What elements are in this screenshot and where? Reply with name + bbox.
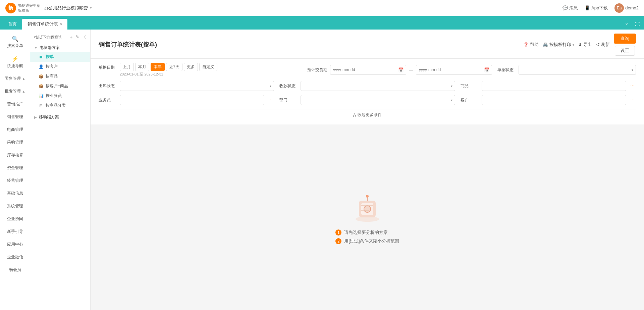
scheme-item-by-cust-prod[interactable]: 📦 按客户+商品	[30, 81, 90, 91]
collapse-row[interactable]: ⋀ 收起更多条件	[99, 109, 636, 120]
sidebar-item-retail[interactable]: 零售管理 ▲	[0, 72, 30, 85]
sidebar-item-company[interactable]: 企业协同	[0, 213, 30, 225]
filter-row-3: 业务员 ··· 部门 ▾ 客户	[99, 95, 636, 105]
sidebar-item-system[interactable]: 系统管理	[0, 200, 30, 213]
print-btn[interactable]: 🖨️ 按模板打印 ▾	[543, 42, 574, 48]
bill-status-group: 单据状态 ▾	[497, 65, 636, 75]
expected-date-to-input[interactable]	[416, 65, 492, 75]
sidebar-item-operation[interactable]: 经营管理	[0, 174, 30, 187]
scheme-item-by-salesman[interactable]: 📊 按业务员	[30, 91, 90, 101]
quick-date-this-month[interactable]: 本月	[135, 63, 149, 71]
out-status-group: 出库状态 ▾	[99, 81, 274, 91]
sidebar-item-inventory[interactable]: 库存核算	[0, 149, 30, 162]
tab-sales-stats-label: 销售订单统计表	[28, 21, 58, 27]
tab-sales-stats[interactable]: 销售订单统计表 ×	[22, 19, 67, 30]
tabbar: 首页 销售订单统计表 × × ⛶	[0, 16, 644, 30]
expected-date-from-icon: 📅	[398, 67, 404, 72]
left-panel-header: 按以下方案查询 ＋ ✎ 《	[30, 32, 90, 42]
sidebar-item-wholesale[interactable]: 批发管理 ▲	[0, 85, 30, 98]
scheme-section-pc-header[interactable]: ▼ 电脑端方案	[30, 44, 90, 52]
scheme-by-category-icon: ⊞	[38, 103, 44, 108]
section-expand-arrow: ▼	[34, 46, 38, 50]
filter-row-2: 出库状态 ▾ 收款状态	[99, 81, 636, 91]
refresh-btn[interactable]: ↺ 刷新	[596, 42, 610, 48]
refresh-icon: ↺	[596, 42, 600, 47]
sidebar-item-ecommerce[interactable]: 电商管理	[0, 123, 30, 136]
sidebar-item-search[interactable]: 🔍 搜索菜单	[0, 32, 30, 52]
scheme-by-customer-icon: 👤	[38, 64, 44, 69]
dept-select-wrap: ▾	[301, 95, 455, 105]
export-btn[interactable]: ⬇ 导出	[578, 42, 592, 48]
salesman-input[interactable]	[120, 95, 264, 105]
main-layout: 🔍 搜索菜单 ⚡ 快捷导航 零售管理 ▲ 批发管理 ▲ 营销推广 销售管理 电商…	[0, 30, 644, 310]
expected-date-from-input[interactable]	[330, 65, 406, 75]
out-status-select[interactable]	[120, 81, 274, 91]
edit-scheme-btn[interactable]: ✎	[75, 34, 79, 40]
sidebar-item-quicknav[interactable]: ⚡ 快捷导航	[0, 52, 30, 72]
collapse-label: 收起更多条件	[358, 112, 382, 118]
sidebar-label-ecommerce: 电商管理	[7, 127, 23, 133]
quick-date-custom[interactable]: 自定义	[199, 63, 217, 71]
query-button[interactable]: 查询	[614, 34, 636, 44]
top-title-area: 办公用品行业模拟账套 ▾	[44, 5, 562, 11]
scheme-by-category-label: 按商品分类	[46, 103, 66, 108]
help-icon: ❓	[523, 42, 529, 47]
sidebar-label-basic: 基础信息	[7, 191, 23, 196]
quick-date-more[interactable]: 更多	[184, 63, 198, 71]
window-close-btn[interactable]: ×	[623, 20, 631, 28]
dept-select[interactable]	[301, 95, 455, 105]
goods-input[interactable]	[482, 81, 626, 91]
sidebar-item-wechat[interactable]: 企业微信	[0, 251, 30, 264]
app-download-btn[interactable]: 📱 App下载	[585, 5, 608, 11]
goods-dots[interactable]: ···	[629, 83, 636, 89]
quick-date-7days[interactable]: 近7天	[166, 63, 182, 71]
sidebar-label-quicknav: 快捷导航	[7, 63, 23, 69]
help-btn[interactable]: ❓ 帮助	[523, 42, 539, 48]
scheme-by-cust-prod-icon: 📦	[38, 84, 44, 89]
scheme-by-customer-label: 按客户	[46, 64, 58, 69]
expected-date-group: 预计交货期 📅 — 📅	[307, 65, 492, 75]
date-label: 单据日期	[99, 63, 117, 70]
window-max-btn[interactable]: ⛶	[633, 20, 641, 28]
help-label: 帮助	[530, 42, 539, 48]
add-scheme-btn[interactable]: ＋	[69, 34, 73, 40]
top-title-arrow[interactable]: ▾	[90, 6, 92, 10]
sidebar-label-search: 搜索菜单	[7, 43, 23, 49]
dept-group: 部门 ▾	[279, 95, 455, 105]
settings-button[interactable]: 设置	[615, 46, 635, 56]
quick-date-last-month[interactable]: 上月	[120, 63, 134, 71]
message-icon: 💬	[562, 5, 568, 10]
bill-status-select[interactable]	[519, 65, 636, 75]
tab-close-icon[interactable]: ×	[60, 22, 62, 26]
scheme-item-by-customer[interactable]: 👤 按客户	[30, 62, 90, 71]
tab-window-actions: × ⛶	[623, 20, 641, 30]
tab-home[interactable]: 首页	[3, 19, 22, 30]
customer-input[interactable]	[482, 95, 626, 105]
scheme-section-mobile-header[interactable]: ▶ 移动端方案	[30, 113, 90, 121]
sidebar-label-newuser: 新手引导	[7, 229, 23, 235]
message-btn[interactable]: 💬 消息	[562, 5, 578, 11]
user-avatar-area[interactable]: Ea demo2	[614, 3, 639, 13]
sidebar-item-apps[interactable]: 应用中心	[0, 238, 30, 251]
sidebar-item-marketing[interactable]: 营销推广	[0, 98, 30, 111]
sidebar-item-member[interactable]: 畅会员	[0, 264, 30, 276]
collapse-panel-btn[interactable]: 《	[82, 34, 86, 40]
sidebar-item-finance[interactable]: 资金管理	[0, 162, 30, 174]
receipt-status-select[interactable]	[301, 81, 455, 91]
sidebar-label-marketing: 营销推广	[7, 101, 23, 107]
sidebar-item-basic[interactable]: 基础信息	[0, 187, 30, 200]
sidebar-item-newuser[interactable]: 新手引导	[0, 225, 30, 238]
customer-dots[interactable]: ···	[629, 97, 636, 103]
sidebar-item-sales[interactable]: 销售管理	[0, 111, 30, 123]
scheme-item-by-order[interactable]: 按单	[30, 52, 90, 62]
quick-date-this-year[interactable]: 本年	[151, 63, 165, 71]
scheme-by-order-icon	[38, 54, 44, 60]
topbar-right: 💬 消息 📱 App下载 Ea demo2	[562, 3, 639, 13]
expected-date-to-icon: 📅	[484, 67, 489, 72]
empty-illustration	[351, 191, 384, 224]
salesman-dots[interactable]: ···	[267, 97, 274, 103]
scheme-item-by-product[interactable]: 📦 按商品	[30, 71, 90, 81]
scheme-item-by-category[interactable]: ⊞ 按商品分类	[30, 101, 90, 110]
empty-tip-1-text: 请先选择要分析的方案	[344, 229, 388, 236]
sidebar-item-purchase[interactable]: 采购管理	[0, 136, 30, 149]
